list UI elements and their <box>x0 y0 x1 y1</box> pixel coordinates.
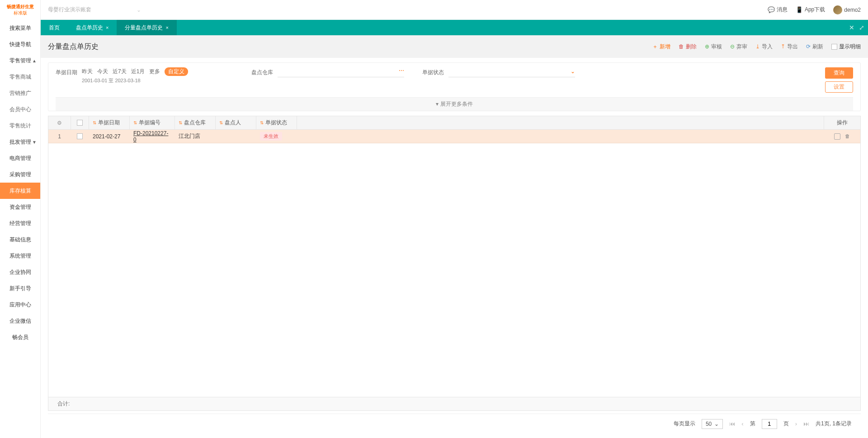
sidebar-search-menu[interactable]: 搜索菜单 <box>0 20 40 36</box>
sidebar-wholesale[interactable]: 批发管理▼ <box>0 134 40 150</box>
cell-ops <box>824 130 860 143</box>
col-header-code[interactable]: ⇅单据编号 <box>130 116 175 129</box>
date-more[interactable]: 更多 <box>149 68 160 75</box>
check-icon: ⊕ <box>705 43 709 50</box>
page-input[interactable] <box>762 419 777 429</box>
sidebar-ops-mgmt[interactable]: 经营管理 <box>0 215 40 231</box>
tab-inventory-history[interactable]: 盘点单历史× <box>68 20 117 35</box>
messages-button[interactable]: 消息 <box>768 6 788 14</box>
filter-status-label: 单据状态 <box>422 67 444 76</box>
export-button[interactable]: ⤒导出 <box>781 43 798 51</box>
code-link[interactable]: FD-20210227-0 <box>133 130 171 143</box>
sidebar-ecommerce[interactable]: 电商管理 <box>0 150 40 166</box>
next-page-button[interactable]: › <box>795 420 797 427</box>
page-word: 第 <box>750 420 755 428</box>
pagination-summary: 共1页, 1条记录 <box>816 420 852 428</box>
cell-code: FD-20210227-0 <box>130 130 175 143</box>
sidebar-member-center[interactable]: 会员中心 <box>0 101 40 118</box>
date-last7[interactable]: 近7天 <box>113 68 127 75</box>
chevron-down-icon <box>571 68 575 75</box>
date-today[interactable]: 今天 <box>97 68 108 75</box>
sort-icon: ⇅ <box>93 120 96 125</box>
refresh-icon: ⟳ <box>806 43 811 50</box>
new-button[interactable]: ＋新增 <box>652 43 670 51</box>
first-page-button[interactable]: ⏮ <box>729 420 735 427</box>
sidebar-invite-member[interactable]: 畅会员 <box>0 329 40 345</box>
plus-icon: ＋ <box>652 43 658 51</box>
prev-page-button[interactable]: ‹ <box>741 420 743 427</box>
sidebar-inventory[interactable]: 库存核算 <box>0 183 40 199</box>
column-settings[interactable] <box>48 116 71 129</box>
refresh-button[interactable]: ⟳刷新 <box>806 43 823 51</box>
date-last-month[interactable]: 近1月 <box>131 68 145 75</box>
per-page-select[interactable]: 50 <box>702 419 723 429</box>
status-select[interactable] <box>448 67 575 77</box>
sidebar-funds[interactable]: 资金管理 <box>0 199 40 215</box>
row-index: 1 <box>48 130 71 143</box>
caret-up-icon: ▲ <box>32 58 37 63</box>
warehouse-input[interactable]: ⋯ <box>278 67 404 77</box>
abandon-button[interactable]: ⊖弃审 <box>730 43 747 51</box>
close-icon[interactable]: × <box>106 25 108 30</box>
col-header-status[interactable]: ⇅单据状态 <box>256 116 297 129</box>
account-selector[interactable]: 母婴行业演示账套 <box>48 6 768 14</box>
col-header-warehouse[interactable]: ⇅盘点仓库 <box>175 116 216 129</box>
tab-home[interactable]: 首页 <box>41 20 68 35</box>
sidebar-retail-stats[interactable]: 零售统计 <box>0 118 40 134</box>
chevron-down-icon <box>137 7 141 13</box>
date-yesterday[interactable]: 昨天 <box>82 68 93 75</box>
message-icon <box>768 6 775 13</box>
col-header-person[interactable]: ⇅盘点人 <box>216 116 256 129</box>
settings-button[interactable]: 设置 <box>825 81 853 93</box>
user-menu[interactable]: demo2 <box>833 5 861 14</box>
cell-date: 2021-02-27 <box>89 130 130 143</box>
logo-edition: 标准版 <box>14 10 27 16</box>
checkbox-icon <box>831 44 837 50</box>
import-icon: ⤓ <box>755 43 760 50</box>
date-custom[interactable]: 自定义 <box>165 67 188 76</box>
sidebar-marketing[interactable]: 营销推广 <box>0 85 40 101</box>
audit-button[interactable]: ⊕审核 <box>705 43 722 51</box>
sidebar-basic-info[interactable]: 基础信息 <box>0 231 40 248</box>
search-button[interactable]: 查询 <box>825 67 853 79</box>
totals-label: 合计: <box>48 400 70 408</box>
cancel-icon: ⊖ <box>730 43 735 50</box>
delete-button[interactable]: 🗑删除 <box>679 43 697 51</box>
caret-down-icon: ▼ <box>32 140 37 145</box>
page-title: 分量盘点单历史 <box>48 42 652 52</box>
close-icon[interactable]: × <box>165 25 168 30</box>
sidebar-enterprise-coop[interactable]: 企业协同 <box>0 264 40 280</box>
more-icon[interactable]: ⋯ <box>399 67 404 74</box>
show-detail-toggle[interactable]: 显示明细 <box>831 43 861 51</box>
sidebar-system-mgmt[interactable]: 系统管理 <box>0 248 40 264</box>
close-all-tabs-icon[interactable] <box>849 24 854 31</box>
sidebar-retail-mgmt[interactable]: 零售管理▲ <box>0 52 40 69</box>
cell-status: 未生效 <box>256 130 297 143</box>
sidebar-purchase[interactable]: 采购管理 <box>0 166 40 183</box>
tab-partial-inventory-history[interactable]: 分量盘点单历史× <box>117 20 176 35</box>
select-all-checkbox[interactable] <box>71 116 89 129</box>
row-checkbox[interactable] <box>71 130 89 143</box>
expand-filters[interactable]: ▾ 展开更多条件 <box>56 97 853 111</box>
sort-icon: ⇅ <box>133 120 137 125</box>
sidebar-enterprise-wechat[interactable]: 企业微信 <box>0 313 40 329</box>
sidebar-retail-mall[interactable]: 零售商城 <box>0 69 40 85</box>
edit-icon[interactable] <box>834 133 840 140</box>
logo-brand: 畅捷通好生意 <box>7 4 34 10</box>
app-download-button[interactable]: App下载 <box>796 6 825 14</box>
sidebar-app-center[interactable]: 应用中心 <box>0 297 40 313</box>
col-header-ops: 操作 <box>824 116 860 129</box>
table-row[interactable]: 1 2021-02-27 FD-20210227-0 江北门店 未生效 <box>48 130 860 143</box>
sidebar-newbie-guide[interactable]: 新手引导 <box>0 280 40 297</box>
import-button[interactable]: ⤓导入 <box>755 43 773 51</box>
col-header-date[interactable]: ⇅单据日期 <box>89 116 130 129</box>
avatar <box>833 5 842 14</box>
fullscreen-icon[interactable] <box>859 24 864 31</box>
trash-icon[interactable] <box>845 133 850 140</box>
trash-icon: 🗑 <box>679 43 684 50</box>
last-page-button[interactable]: ⏭ <box>803 420 809 427</box>
sidebar-quick-nav[interactable]: 快捷导航 <box>0 36 40 52</box>
col-header-spacer <box>297 116 824 129</box>
sort-icon: ⇅ <box>219 120 223 125</box>
filter-warehouse-label: 盘点仓库 <box>251 67 273 76</box>
